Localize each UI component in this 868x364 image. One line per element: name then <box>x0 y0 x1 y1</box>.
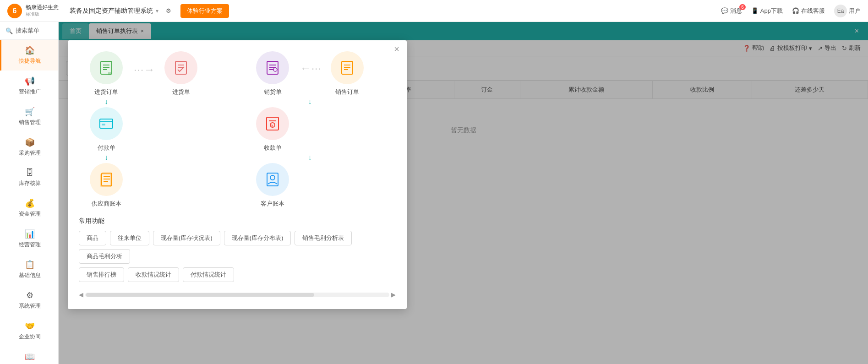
sidebar-item-sales[interactable]: 🛒 销售管理 <box>0 101 58 132</box>
logo-text: 畅康通好生意 <box>26 4 59 11</box>
sidebar-item-enterprise[interactable]: 🤝 企业协同 <box>0 315 58 346</box>
func-btn-receipt-stats[interactable]: 收款情况统计 <box>128 267 179 282</box>
basic-info-icon: 📋 <box>25 260 35 270</box>
sidebar-item-marketing[interactable]: 📢 营销推广 <box>0 71 58 101</box>
flow-diagram: 进货订单 ↓ 付款单 ↓ <box>79 51 396 208</box>
sales-icon: 🛒 <box>25 107 35 117</box>
sales-order-circle <box>331 51 364 84</box>
sidebar-item-operations[interactable]: 📊 经营管理 <box>0 223 58 254</box>
sidebar: 🔍 搜索菜单 🏠 快捷导航 📢 营销推广 🛒 销售管理 📦 采购管理 🗄 <box>0 22 59 364</box>
finance-icon: 💰 <box>25 198 35 208</box>
func-btn-counterpart[interactable]: 往来单位 <box>110 231 149 245</box>
arrow-v-2: ↓ <box>104 154 108 161</box>
download-icon: 📱 <box>751 7 759 14</box>
app-download-button[interactable]: 📱 App下载 <box>751 7 783 15</box>
content-area: 首页 销售订单执行表 × × ❓ 帮助 🖨 按模板打印 ▾ <box>59 22 868 364</box>
func-btn-product-gross[interactable]: 商品毛利分析 <box>79 249 130 264</box>
customer-ledger-circle <box>256 163 289 196</box>
popup-close-icon[interactable]: × <box>394 44 399 54</box>
func-btn-sales-rank[interactable]: 销售排行榜 <box>79 267 124 282</box>
scroll-right-icon[interactable]: ▶ <box>391 291 396 298</box>
arrow-v-4: ↓ <box>308 154 312 161</box>
supplier-ledger-circle <box>90 163 123 196</box>
func-btn-sales-gross[interactable]: 销售毛利分析表 <box>295 231 352 245</box>
common-functions: 常用功能 商品 往来单位 现存量(库存状况表) 现存量(库存分布表) 销售毛利分… <box>79 217 396 282</box>
func-btn-stock-status[interactable]: 现存量(库存状况表) <box>153 231 220 245</box>
scrollbar-track[interactable] <box>85 293 389 297</box>
service-icon: 🎧 <box>792 7 799 14</box>
svg-marker-4 <box>108 72 111 75</box>
user-menu[interactable]: Ea 用户 <box>834 5 861 17</box>
overlay[interactable]: × 进货订单 ↓ <box>59 22 868 364</box>
func-buttons-row-2: 销售排行榜 收款情况统计 付款情况统计 <box>79 267 396 282</box>
popup: × 进货订单 ↓ <box>68 40 407 309</box>
flow-supplier-ledger[interactable]: 供应商账本 <box>79 163 134 208</box>
sidebar-item-quick-nav[interactable]: 🏠 快捷导航 <box>0 40 58 71</box>
func-btn-product[interactable]: 商品 <box>79 231 106 245</box>
payment-circle <box>90 107 123 140</box>
svg-rect-7 <box>102 124 105 125</box>
newbie-icon: 📖 <box>25 352 35 362</box>
enterprise-icon: 🤝 <box>25 321 35 331</box>
main-area: 🔍 搜索菜单 🏠 快捷导航 📢 营销推广 🛒 销售管理 📦 采购管理 🗄 <box>0 22 868 364</box>
sidebar-item-basic-info[interactable]: 📋 基础信息 <box>0 254 58 285</box>
system-name: 装备及固定资产辅助管理系统 ▾ <box>70 7 158 15</box>
logo-sub: 标准版 <box>26 11 59 17</box>
logo-text-area: 畅康通好生意 标准版 <box>26 4 59 18</box>
mid-left-col: 进货单 <box>153 51 208 96</box>
sidebar-item-finance[interactable]: 💰 资金管理 <box>0 193 58 223</box>
operations-icon: 📊 <box>25 229 35 239</box>
sidebar-item-purchase[interactable]: 📦 采购管理 <box>0 132 58 163</box>
chevron-down-icon[interactable]: ▾ <box>156 8 158 14</box>
search-icon: 🔍 <box>5 27 13 34</box>
arrow-h-purchase: · · · → <box>134 51 153 75</box>
arrow-h-sales: ← · · · <box>300 63 320 85</box>
func-btn-payment-stats[interactable]: 付款情况统计 <box>183 267 234 282</box>
flow-receipt[interactable]: ¥ 收款单 <box>245 107 300 152</box>
purchase-icon: 📦 <box>25 137 35 147</box>
func-btn-stock-dist[interactable]: 现存量(库存分布表) <box>224 231 291 245</box>
flow-sales-order[interactable]: 销售订单 <box>320 51 375 96</box>
settings-icon[interactable]: ⚙ <box>162 5 175 17</box>
sales-bill-circle <box>256 51 289 84</box>
svg-point-30 <box>270 175 275 180</box>
logo-icon: 6 <box>7 4 22 18</box>
scrollbar-thumb <box>86 293 314 297</box>
message-button[interactable]: 💬 消息 6 <box>721 7 742 15</box>
arrow-v-3: ↓ <box>308 98 312 105</box>
flow-purchase-bill[interactable]: 进货单 <box>153 51 208 96</box>
common-functions-title: 常用功能 <box>79 217 396 225</box>
online-service-button[interactable]: 🎧 在线客服 <box>792 7 825 15</box>
flow-row-sales: 销货单 ← · · · 销售订单 <box>245 51 375 96</box>
sidebar-item-system[interactable]: ⚙ 系统管理 <box>0 285 58 315</box>
flow-payment[interactable]: 付款单 <box>79 107 134 152</box>
marketing-icon: 📢 <box>25 76 35 86</box>
purchase-bill-circle <box>164 51 197 84</box>
logo-area: 6 畅康通好生意 标准版 <box>7 4 62 18</box>
sidebar-item-inventory[interactable]: 🗄 库存核算 <box>0 163 58 193</box>
trial-button[interactable]: 体验行业方案 <box>180 4 229 18</box>
purchase-order-circle <box>90 51 123 84</box>
receipt-row: ¥ 收款单 <box>245 107 375 152</box>
svg-rect-12 <box>101 174 111 187</box>
flow-customer-ledger[interactable]: 客户账本 <box>245 163 300 208</box>
message-icon: 💬 <box>721 7 728 14</box>
flow-sales-bill[interactable]: 销货单 <box>245 51 300 96</box>
svg-rect-5 <box>100 119 113 128</box>
sidebar-search[interactable]: 🔍 搜索菜单 <box>0 22 58 40</box>
scroll-left-icon[interactable]: ◀ <box>79 291 83 298</box>
avatar: Ea <box>834 5 847 17</box>
svg-point-20 <box>273 68 277 71</box>
popup-scrollbar: ◀ ▶ <box>79 291 396 298</box>
mid-right-col: 销货单 ← · · · 销售订单 <box>245 51 375 208</box>
arrow-v-1: ↓ <box>104 98 108 105</box>
flow-purchase-order[interactable]: 进货订单 <box>79 51 134 96</box>
message-badge: 6 <box>739 4 746 10</box>
sidebar-item-newbie[interactable]: 📖 新手引导 <box>0 346 58 364</box>
customer-ledger-row: 客户账本 <box>245 163 375 208</box>
top-bar: 6 畅康通好生意 标准版 装备及固定资产辅助管理系统 ▾ ⚙ 体验行业方案 💬 … <box>0 0 868 22</box>
receipt-circle: ¥ <box>256 107 289 140</box>
system-icon: ⚙ <box>26 290 33 300</box>
app-container: 6 畅康通好生意 标准版 装备及固定资产辅助管理系统 ▾ ⚙ 体验行业方案 💬 … <box>0 0 868 364</box>
svg-text:¥: ¥ <box>271 124 273 128</box>
